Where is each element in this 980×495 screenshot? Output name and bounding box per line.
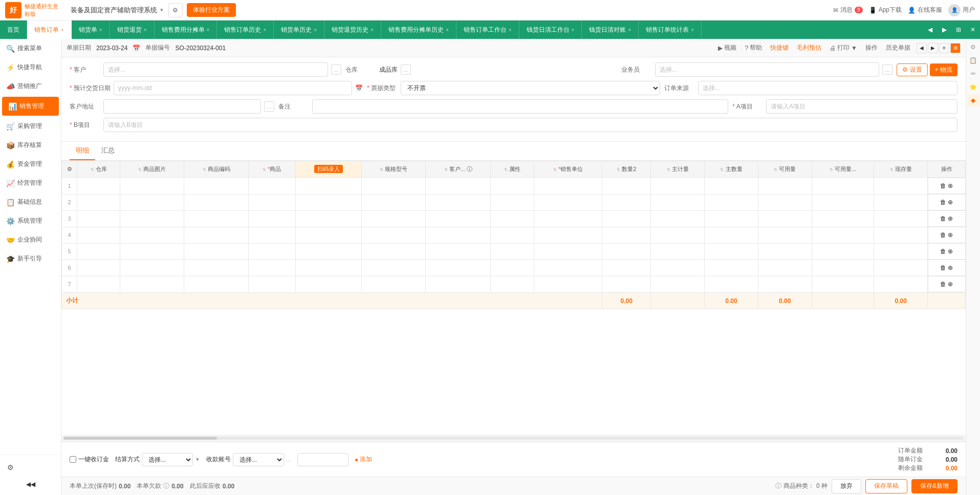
tab-detail[interactable]: 明细 xyxy=(70,142,95,160)
salesperson-expand-btn[interactable]: … xyxy=(882,64,892,75)
help-btn[interactable]: ? 帮助 xyxy=(743,42,764,53)
row-copy-icon[interactable]: ⊕ xyxy=(948,215,953,222)
sidebar-item-sales[interactable]: 📊 销售管理 xyxy=(2,97,59,116)
col-settings[interactable]: ⚙ xyxy=(62,161,77,178)
tab-daily-reconcile[interactable]: 钱货日清对账 × xyxy=(582,20,639,39)
save-draft-btn[interactable]: 保存草稿 xyxy=(865,479,907,493)
row-delete-icon[interactable]: 🗑 xyxy=(940,199,946,206)
b-project-input[interactable] xyxy=(103,118,957,132)
sidebar-item-collab[interactable]: 🤝 企业协同 xyxy=(0,230,61,249)
delivery-date-input[interactable] xyxy=(114,81,352,95)
h-scrollbar[interactable] xyxy=(61,435,966,442)
rp-btn-5[interactable]: ◆ xyxy=(967,94,979,106)
grid-list-btn[interactable]: ≡ xyxy=(939,43,949,53)
app-name[interactable]: 装备及固定资产辅助管理系统 ▼ xyxy=(71,6,164,15)
user-btn[interactable]: 👤 用户 xyxy=(948,4,975,16)
invoice-type-select[interactable]: 不开票 xyxy=(401,81,660,95)
history-btn[interactable]: 历史单据 xyxy=(884,42,912,53)
tab-close-icon[interactable]: × xyxy=(509,27,512,33)
sidebar-settings-btn[interactable]: ⚙ xyxy=(0,458,61,477)
sidebar-item-basic[interactable]: 📋 基础信息 xyxy=(0,192,61,211)
tab-sales-goods[interactable]: 销货单 × xyxy=(72,20,110,39)
sidebar-item-marketing[interactable]: 📣 营销推广 xyxy=(0,77,61,96)
tab-home[interactable]: 首页 xyxy=(0,20,27,39)
col-product[interactable]: ⇅ *商品 xyxy=(248,161,295,178)
sidebar-item-finance[interactable]: 💰 资金管理 xyxy=(0,155,61,174)
tab-sales-return[interactable]: 销货退货 × xyxy=(110,20,155,39)
gear-button[interactable]: ⚙ xyxy=(168,3,183,17)
col-main-qty[interactable]: ⇅ 主数量 xyxy=(705,161,758,178)
sidebar-item-operations[interactable]: 📈 经营管理 xyxy=(0,174,61,192)
tab-close-icon[interactable]: × xyxy=(628,27,631,33)
address-input[interactable] xyxy=(103,99,261,114)
tab-goods-history[interactable]: 销货单历史 × xyxy=(274,20,324,39)
col-spec[interactable]: ⇅ 规格型号 xyxy=(361,161,425,178)
grid-next-btn[interactable]: ▶ xyxy=(928,43,938,53)
tab-sales-history[interactable]: 销售订单历史 × xyxy=(217,20,274,39)
settings-btn[interactable]: ⚙ 设置 xyxy=(897,63,927,76)
tab-close-icon[interactable]: × xyxy=(99,27,102,33)
tab-close-all-btn[interactable]: ✕ xyxy=(966,20,980,39)
row-delete-icon[interactable]: 🗑 xyxy=(940,264,946,271)
col-customer-info[interactable]: ⇅ 客户... ⓘ xyxy=(425,161,491,178)
order-source-input[interactable] xyxy=(698,81,957,95)
customer-input[interactable] xyxy=(103,62,328,77)
tab-close-icon[interactable]: × xyxy=(371,27,374,33)
col-product-img[interactable]: ⇅ 商品图片 xyxy=(120,161,184,178)
col-current-stock[interactable]: ⇅ 现存量 xyxy=(874,161,928,178)
calendar-icon[interactable]: 📅 xyxy=(133,45,140,52)
grid-card-btn[interactable]: ⊞ xyxy=(950,43,961,53)
tab-close-icon[interactable]: × xyxy=(263,27,266,33)
tab-workbench[interactable]: 销售订单工作台 × xyxy=(456,20,519,39)
col-main-unit[interactable]: ⇅ 主计量 xyxy=(651,161,705,178)
row-copy-icon[interactable]: ⊕ xyxy=(948,264,953,271)
row-copy-icon[interactable]: ⊕ xyxy=(948,182,953,189)
tab-close-icon[interactable]: × xyxy=(144,27,147,33)
col-sales-unit[interactable]: ⇅ *销售单位 xyxy=(534,161,602,178)
rp-btn-2[interactable]: 📋 xyxy=(967,54,979,67)
rp-btn-3[interactable]: ✏ xyxy=(967,68,979,80)
scroll-thumb[interactable] xyxy=(63,437,217,440)
view-btn[interactable]: ▶ 视频 xyxy=(716,42,738,53)
col-scan[interactable]: 扫码录入 xyxy=(295,161,361,178)
industry-btn[interactable]: 体验行业方案 xyxy=(187,3,236,17)
tab-close-icon[interactable]: × xyxy=(446,27,449,33)
tab-close-icon[interactable]: × xyxy=(314,27,317,33)
sidebar-item-guide[interactable]: 🎓 新手引导 xyxy=(0,249,61,268)
tab-sales-order[interactable]: 销售订单 × xyxy=(27,20,72,39)
col-product-code[interactable]: ⇅ 商品编码 xyxy=(184,161,248,178)
online-service-btn[interactable]: 👤 在线客服 xyxy=(908,6,942,14)
row-delete-icon[interactable]: 🗑 xyxy=(940,215,946,222)
save-new-btn[interactable]: 保存&新增 xyxy=(911,479,957,493)
account-select[interactable]: 选择... xyxy=(233,453,284,466)
rp-btn-4[interactable]: ⭐ xyxy=(967,81,979,93)
print-btn[interactable]: 🖨 打印 ▼ xyxy=(827,42,859,53)
col-qty2[interactable]: ⇅ 数量2 xyxy=(602,161,651,178)
tab-close-icon[interactable]: × xyxy=(572,27,575,33)
tab-return-history[interactable]: 销货退货历史 × xyxy=(324,20,381,39)
col-available2[interactable]: ⇅ 可用量... xyxy=(812,161,874,178)
customer-expand-btn[interactable]: … xyxy=(331,64,341,75)
salesperson-input[interactable] xyxy=(655,62,880,77)
sidebar-item-purchase[interactable]: 🛒 采购管理 xyxy=(0,117,61,136)
tab-sales-fee[interactable]: 销售费用分摊单 × xyxy=(155,20,217,39)
row-copy-icon[interactable]: ⊕ xyxy=(948,231,953,239)
account-expand-icon[interactable]: … xyxy=(286,457,291,462)
row-delete-icon[interactable]: 🗑 xyxy=(940,248,946,255)
payment-method-select[interactable]: 选择... xyxy=(142,453,193,466)
delivery-calendar-icon[interactable]: 📅 xyxy=(355,84,363,92)
discard-btn[interactable]: 放弃 xyxy=(832,479,861,493)
tab-statistics[interactable]: 销售订单统计表 × xyxy=(639,20,702,39)
tab-close-icon[interactable]: × xyxy=(61,27,64,33)
tab-close-icon[interactable]: × xyxy=(207,27,210,33)
tab-daily-workbench[interactable]: 钱货日清工作台 × xyxy=(519,20,582,39)
a-project-input[interactable] xyxy=(766,99,957,114)
row-copy-icon[interactable]: ⊕ xyxy=(948,199,953,206)
rp-btn-1[interactable]: ⚙ xyxy=(967,41,979,53)
sidebar-item-inventory[interactable]: 📦 库存核算 xyxy=(0,136,61,155)
grid-prev-btn[interactable]: ◀ xyxy=(917,43,927,53)
shortcut-btn[interactable]: 快捷键 xyxy=(768,42,791,53)
tab-prev-btn[interactable]: ◀ xyxy=(923,20,937,39)
operation-btn[interactable]: 操作 xyxy=(863,42,880,53)
sidebar-item-system[interactable]: ⚙️ 系统管理 xyxy=(0,211,61,230)
